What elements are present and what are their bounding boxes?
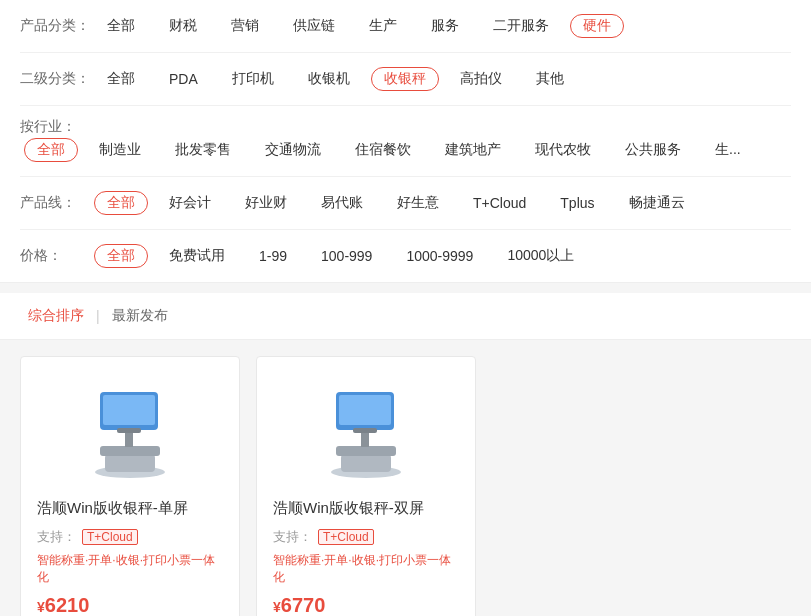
subcategory-items: 全部PDA打印机收银机收银秤高拍仪其他	[90, 65, 581, 93]
filter-item-1-99[interactable]: 1-99	[246, 245, 300, 267]
filter-item-manufacturing[interactable]: 制造业	[86, 138, 154, 162]
filter-item-100-999[interactable]: 100-999	[308, 245, 385, 267]
filter-item-1000-9999[interactable]: 1000-9999	[393, 245, 486, 267]
svg-rect-13	[353, 428, 377, 433]
filter-item-more[interactable]: 生...	[702, 138, 754, 162]
filter-item-opendev[interactable]: 二开服务	[480, 14, 562, 38]
filter-item-tax[interactable]: 财税	[156, 14, 210, 38]
sort-divider: |	[92, 308, 104, 324]
product-grid: 浩顺Win版收银秤-单屏 支持： T+Cloud 智能称重·开单·收银·打印小票…	[0, 340, 811, 616]
filter-item-printer[interactable]: 打印机	[219, 67, 287, 91]
filter-item-all[interactable]: 全部	[24, 138, 78, 162]
svg-rect-1	[105, 454, 155, 472]
product-support: 支持： T+Cloud	[273, 528, 459, 546]
sort-bar: 综合排序 | 最新发布	[0, 293, 811, 340]
price-label: 价格：	[20, 247, 90, 265]
filter-item-cashregister[interactable]: 收银机	[295, 67, 363, 91]
filter-item-hardware[interactable]: 硬件	[570, 14, 624, 38]
support-label: 支持：	[273, 528, 312, 546]
industry-label: 按行业：	[20, 118, 90, 136]
filter-item-goodaccount[interactable]: 好会计	[156, 191, 224, 215]
filter-item-publicservice[interactable]: 公共服务	[612, 138, 694, 162]
filter-item-other[interactable]: 其他	[523, 67, 577, 91]
filter-item-agriculture[interactable]: 现代农牧	[522, 138, 604, 162]
svg-rect-5	[103, 395, 155, 425]
filter-item-all[interactable]: 全部	[94, 244, 148, 268]
currency-symbol: ¥	[273, 599, 281, 615]
filter-item-easybill[interactable]: 易代账	[308, 191, 376, 215]
filter-item-wholesale[interactable]: 批发零售	[162, 138, 244, 162]
product-desc: 智能称重·开单·收银·打印小票一体化	[37, 552, 223, 586]
filter-item-service[interactable]: 服务	[418, 14, 472, 38]
industry-filter-row: 按行业： 全部制造业批发零售交通物流住宿餐饮建筑地产现代农牧公共服务生...	[20, 106, 791, 177]
support-badge: T+Cloud	[318, 529, 374, 545]
filter-item-tcloud[interactable]: T+Cloud	[460, 192, 539, 214]
industry-items: 全部制造业批发零售交通物流住宿餐饮建筑地产现代农牧公共服务生...	[20, 136, 758, 164]
product-support: 支持： T+Cloud	[37, 528, 223, 546]
svg-rect-6	[117, 428, 141, 433]
svg-rect-8	[341, 454, 391, 472]
product-name: 浩顺Win版收银秤-单屏	[37, 499, 223, 518]
filter-item-marketing[interactable]: 营销	[218, 14, 272, 38]
support-badge: T+Cloud	[82, 529, 138, 545]
svg-rect-9	[336, 446, 396, 456]
price-items: 全部免费试用1-99100-9991000-999910000以上	[90, 242, 591, 270]
product-image	[273, 377, 459, 487]
productline-filter-row: 产品线： 全部好会计好业财易代账好生意T+CloudTplus畅捷通云	[20, 177, 791, 230]
filter-item-supply[interactable]: 供应链	[280, 14, 348, 38]
price-number: 6770	[281, 594, 326, 616]
filter-item-cashscale[interactable]: 收银秤	[371, 67, 439, 91]
category-items: 全部财税营销供应链生产服务二开服务硬件	[90, 12, 628, 40]
product-name: 浩顺Win版收银秤-双屏	[273, 499, 459, 518]
filter-item-all[interactable]: 全部	[94, 14, 148, 38]
sort-item-comprehensive[interactable]: 综合排序	[20, 303, 92, 329]
product-image	[37, 377, 223, 487]
sort-item-latest[interactable]: 最新发布	[104, 303, 176, 329]
category-label: 产品分类：	[20, 17, 90, 35]
productline-items: 全部好会计好业财易代账好生意T+CloudTplus畅捷通云	[90, 189, 702, 217]
product-price: ¥6210	[37, 594, 223, 616]
filter-item-hospitality[interactable]: 住宿餐饮	[342, 138, 424, 162]
product-card-prod1[interactable]: 浩顺Win版收银秤-单屏 支持： T+Cloud 智能称重·开单·收银·打印小票…	[20, 356, 240, 616]
filter-item-10000+[interactable]: 10000以上	[494, 244, 587, 268]
filter-item-pda[interactable]: PDA	[156, 68, 211, 90]
filter-item-logistics[interactable]: 交通物流	[252, 138, 334, 162]
support-label: 支持：	[37, 528, 76, 546]
filter-item-goodbiz[interactable]: 好生意	[384, 191, 452, 215]
filter-item-all[interactable]: 全部	[94, 191, 148, 215]
filter-item-realestate[interactable]: 建筑地产	[432, 138, 514, 162]
filter-item-goodfinance[interactable]: 好业财	[232, 191, 300, 215]
filter-item-production[interactable]: 生产	[356, 14, 410, 38]
filter-item-highcam[interactable]: 高拍仪	[447, 67, 515, 91]
price-number: 6210	[45, 594, 90, 616]
filter-section: 产品分类： 全部财税营销供应链生产服务二开服务硬件 二级分类： 全部PDA打印机…	[0, 0, 811, 283]
filter-item-tplus[interactable]: Tplus	[547, 192, 607, 214]
productline-label: 产品线：	[20, 194, 90, 212]
currency-symbol: ¥	[37, 599, 45, 615]
svg-rect-2	[100, 446, 160, 456]
filter-item-all[interactable]: 全部	[94, 67, 148, 91]
category-filter-row: 产品分类： 全部财税营销供应链生产服务二开服务硬件	[20, 0, 791, 53]
svg-rect-12	[339, 395, 391, 425]
subcategory-label: 二级分类：	[20, 70, 90, 88]
filter-item-free[interactable]: 免费试用	[156, 244, 238, 268]
product-desc: 智能称重·开单·收银·打印小票一体化	[273, 552, 459, 586]
product-card-prod2[interactable]: 浩顺Win版收银秤-双屏 支持： T+Cloud 智能称重·开单·收银·打印小票…	[256, 356, 476, 616]
filter-item-畅捷通云[interactable]: 畅捷通云	[616, 191, 698, 215]
product-price: ¥6770	[273, 594, 459, 616]
subcategory-filter-row: 二级分类： 全部PDA打印机收银机收银秤高拍仪其他	[20, 53, 791, 106]
price-filter-row: 价格： 全部免费试用1-99100-9991000-999910000以上	[20, 230, 791, 282]
